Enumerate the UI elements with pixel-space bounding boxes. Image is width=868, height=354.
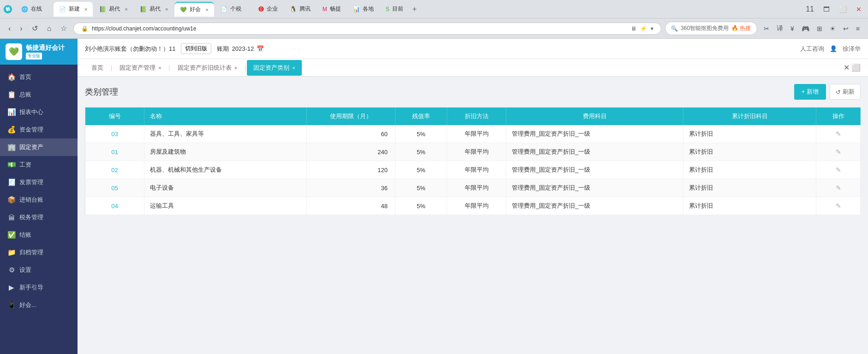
tab-close-fixed-mgmt[interactable]: ×: [158, 65, 161, 71]
forward-btn[interactable]: ›: [17, 23, 25, 35]
home-btn[interactable]: ⌂: [44, 23, 54, 35]
brightness-icon[interactable]: ☀: [827, 23, 838, 34]
cell-accumulated-0: 累计折旧: [683, 125, 816, 143]
cell-action-0[interactable]: ✎: [816, 125, 861, 143]
sidebar-item-tax[interactable]: 🏛 税务管理: [0, 209, 78, 226]
switch-version-btn[interactable]: 切到旧版: [181, 43, 211, 54]
window-maximize-btn[interactable]: ⬜: [851, 63, 861, 72]
invoice-icon: 🧾: [7, 178, 16, 186]
cell-expense-0: 管理费用_固定资产折旧_一级: [506, 125, 683, 143]
minimize-btn[interactable]: 11: [803, 3, 817, 15]
browser-tab-2[interactable]: 📄 新建 ×: [54, 2, 93, 17]
browser-tab-6[interactable]: 📄 个税: [215, 2, 252, 17]
translate-icon[interactable]: 译: [774, 23, 786, 35]
sidebar-item-funds[interactable]: 💰 资金管理: [0, 121, 78, 138]
hot-search: 🔥 热搜: [731, 24, 751, 32]
tab-fixed-asset-mgmt[interactable]: 固定资产管理 ×: [113, 60, 168, 76]
cell-period-2: 120: [307, 161, 395, 179]
window-close-btn[interactable]: ✕: [844, 63, 850, 72]
page-tabs: 首页 | 固定资产管理 × | 固定资产折旧统计表 × | 固定资产类别 × ✕…: [78, 59, 868, 77]
reload-btn[interactable]: ↺: [29, 22, 41, 35]
edit-btn-2[interactable]: ✎: [836, 166, 841, 174]
edit-btn-4[interactable]: ✎: [836, 202, 841, 210]
cell-code-3[interactable]: 05: [85, 179, 144, 197]
code-link-4[interactable]: 04: [111, 203, 118, 210]
code-link-2[interactable]: 02: [111, 167, 118, 174]
sidebar-item-invoice[interactable]: 🧾 发票管理: [0, 174, 78, 191]
sidebar-item-guide[interactable]: ▶ 新手引导: [0, 279, 78, 296]
window-btn[interactable]: 🗖: [820, 4, 832, 15]
tab-close-3[interactable]: ×: [125, 6, 127, 12]
tab-close-depreciation[interactable]: ×: [234, 65, 237, 71]
undo-icon[interactable]: ↩: [840, 23, 851, 34]
sidebar-item-settings[interactable]: ⚙ 设置: [0, 261, 78, 279]
cell-code-4[interactable]: 04: [85, 197, 144, 215]
sidebar-item-archive[interactable]: 📁 归档管理: [0, 244, 78, 261]
edit-btn-3[interactable]: ✎: [836, 184, 841, 192]
game-icon[interactable]: 🎮: [799, 23, 812, 34]
maximize-btn[interactable]: ⬜: [836, 4, 850, 15]
tab-fixed-depreciation[interactable]: 固定资产折旧统计表 ×: [171, 60, 244, 76]
sidebar-item-checkout[interactable]: ✅ 结账: [0, 226, 78, 244]
url-text: https://cloud.chanjet.com/accounting/uw1…: [92, 25, 627, 32]
refresh-button[interactable]: ↺ 刷新: [830, 84, 861, 100]
category-header: 类别管理 + 新增 ↺ 刷新: [85, 84, 861, 100]
sidebar-item-fixed-assets[interactable]: 🏢 固定资产: [0, 138, 78, 156]
add-button[interactable]: + 新增: [794, 84, 826, 100]
code-link-1[interactable]: 01: [111, 149, 118, 156]
tab-home[interactable]: 首页: [85, 60, 110, 76]
back-btn[interactable]: ‹: [6, 23, 13, 35]
browser-actions: ✂ 译 ¥ 🎮 ⊞ ☀ ↩ ≡: [761, 23, 862, 35]
edit-btn-0[interactable]: ✎: [836, 130, 841, 138]
sidebar-item-inventory[interactable]: 📦 进销台账: [0, 191, 78, 209]
close-btn[interactable]: ✕: [853, 4, 864, 15]
cell-code-2[interactable]: 02: [85, 161, 144, 179]
tab-close-2[interactable]: ×: [84, 6, 87, 12]
col-residual: 残值率: [395, 108, 447, 126]
tab-close-5[interactable]: ×: [205, 7, 208, 12]
new-tab-button[interactable]: +: [411, 3, 419, 15]
cell-code-1[interactable]: 01: [85, 143, 144, 161]
cell-method-2: 年限平均: [447, 161, 506, 179]
cell-action-4[interactable]: ✎: [816, 197, 861, 215]
sidebar-item-good[interactable]: 📱 好会...: [0, 296, 78, 314]
coin-icon[interactable]: ¥: [788, 23, 797, 34]
cut-icon[interactable]: ✂: [761, 23, 772, 34]
sidebar-item-reports[interactable]: 📊 报表中心: [0, 103, 78, 121]
browser-tab-4[interactable]: 📗 易代 ×: [134, 2, 174, 17]
browser-tab-5[interactable]: 💚 好会 ×: [174, 2, 214, 17]
code-link-3[interactable]: 05: [111, 185, 118, 192]
grid-icon[interactable]: ⊞: [814, 23, 825, 34]
sidebar-item-home[interactable]: 🏠 首页: [0, 68, 78, 86]
cell-residual-2: 5%: [395, 161, 447, 179]
cell-method-0: 年限平均: [447, 125, 506, 143]
calendar-icon[interactable]: 📅: [257, 45, 264, 52]
cell-residual-4: 5%: [395, 197, 447, 215]
cell-code-0[interactable]: 03: [85, 125, 144, 143]
cell-expense-3: 管理费用_固定资产折旧_一级: [506, 179, 683, 197]
tab-close-category[interactable]: ×: [292, 65, 295, 71]
browser-tab-9[interactable]: M 畅提: [317, 2, 347, 17]
browser-tab-11[interactable]: S 目前: [380, 2, 409, 17]
sidebar-nav: 🏠 首页 📋 总账 📊 报表中心 💰 资金管理 🏢 固定资产 💵 工资: [0, 65, 78, 354]
cell-action-2[interactable]: ✎: [816, 161, 861, 179]
search-bar[interactable]: 🔍 360智能抠图免费用 🔥 热搜: [665, 22, 757, 35]
tab-fixed-category[interactable]: 固定资产类别 ×: [247, 60, 301, 76]
menu-icon[interactable]: ≡: [853, 23, 862, 34]
browser-tab-10[interactable]: 📊 各地: [347, 2, 379, 17]
bookmark-btn[interactable]: ☆: [58, 22, 70, 35]
cell-action-1[interactable]: ✎: [816, 143, 861, 161]
browser-tab-3[interactable]: 📗 易代 ×: [94, 2, 133, 17]
browser-tab-7[interactable]: 🅒 企业: [253, 2, 283, 17]
consultant-btn[interactable]: 人工咨询: [800, 45, 824, 53]
sidebar-item-payroll[interactable]: 💵 工资: [0, 156, 78, 174]
browser-tab-1[interactable]: 🌐 在线: [16, 2, 53, 17]
browser-tab-8[interactable]: 🐧 腾讯: [284, 2, 316, 17]
user-name[interactable]: 徐泽华: [843, 45, 861, 53]
cell-action-3[interactable]: ✎: [816, 179, 861, 197]
sidebar-item-ledger[interactable]: 📋 总账: [0, 86, 78, 103]
tab-close-4[interactable]: ×: [165, 6, 168, 12]
edit-btn-1[interactable]: ✎: [836, 148, 841, 156]
address-field[interactable]: 🔒 https://cloud.chanjet.com/accounting/u…: [73, 23, 661, 35]
code-link-0[interactable]: 03: [111, 131, 118, 138]
